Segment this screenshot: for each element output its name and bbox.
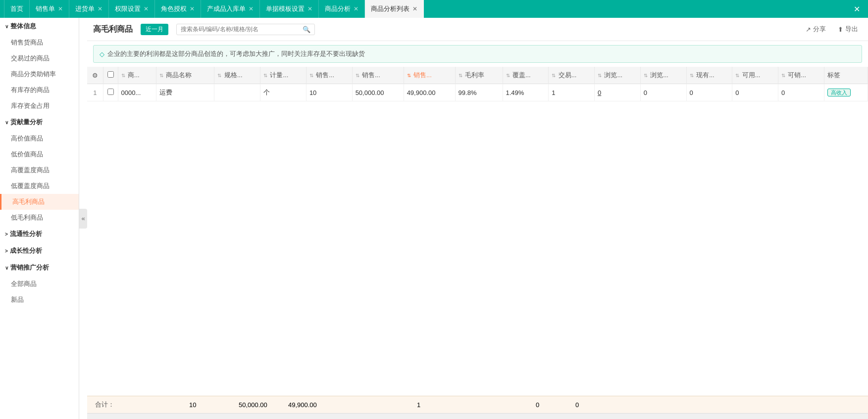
nav-tab-template-label: 单据模板设置 — [266, 4, 305, 13]
footer-current-stock: 0 — [533, 401, 572, 409]
select-all-checkbox[interactable] — [107, 71, 114, 78]
cell-sales-qty: 10 — [306, 84, 352, 101]
col-settings[interactable]: ⚙ — [87, 67, 103, 84]
sidebar-section-liquidity-title: 流通性分析 — [10, 230, 42, 238]
cell-view1[interactable]: 0 — [595, 84, 641, 101]
window-close-button[interactable]: ✕ — [850, 4, 864, 14]
col-current-stock[interactable]: ⇅ 现有... — [686, 67, 732, 84]
col-gross-margin[interactable]: ⇅ 毛利率 — [455, 67, 503, 84]
footer-sales-amount: 50,000.00 — [236, 401, 285, 409]
cell-view2: 0 — [640, 84, 686, 101]
nav-tab-product-instock-label: 产成品入库单 — [207, 4, 246, 13]
nav-tab-role-close[interactable]: ✕ — [190, 5, 195, 12]
col-code[interactable]: ⇅ 商... — [118, 67, 156, 84]
nav-tab-goods-analysis-list-close[interactable]: ✕ — [412, 5, 417, 12]
nav-tab-product-instock-close[interactable]: ✕ — [249, 5, 254, 12]
sidebar-section-marketing[interactable]: ∨ 营销推广分析 — [0, 259, 79, 276]
content-area: « 高毛利商品 近一月 🔍 ↗ 分享 ⬆ 导出 — [79, 18, 868, 419]
nav-tab-goods-analysis-label: 商品分析 — [325, 4, 351, 13]
nav-tab-permission-close[interactable]: ✕ — [144, 5, 149, 12]
table-row: 1 0000... 运费 个 10 50,000.00 49,900.00 99 — [87, 84, 868, 101]
cell-trade-count: 1 — [549, 84, 595, 101]
search-icon[interactable]: 🔍 — [303, 26, 310, 33]
col-sales-amount[interactable]: ⇅ 销售... — [352, 67, 404, 84]
nav-tab-sales-label: 销售单 — [36, 4, 55, 13]
cell-available-stock: 0 — [732, 84, 778, 101]
sidebar-item-low-margin[interactable]: 低毛利商品 — [0, 210, 79, 226]
notice-bar: ◇ 企业的主要的利润都是这部分商品创造的，可考虑加大推广，同时关注库存是不要出现… — [93, 45, 862, 63]
cell-sales-amount: 50,000.00 — [352, 84, 404, 101]
sidebar-item-high-margin[interactable]: 高毛利商品 — [0, 194, 79, 210]
nav-tab-goods-analysis[interactable]: 商品分析 ✕ — [319, 0, 365, 18]
col-sales-qty[interactable]: ⇅ 销售... — [306, 67, 352, 84]
share-icon: ↗ — [806, 26, 811, 33]
col-saleable-stock[interactable]: ⇅ 可销... — [778, 67, 824, 84]
nav-tab-purchase-label: 进货单 — [75, 4, 95, 13]
nav-tab-sales-close[interactable]: ✕ — [58, 5, 63, 12]
top-nav: 首页 销售单 ✕ 进货单 ✕ 权限设置 ✕ 角色授权 ✕ 产成品入库单 ✕ 单据… — [0, 0, 868, 18]
cell-checkbox[interactable] — [103, 84, 118, 101]
col-view1[interactable]: ⇅ 浏览... — [595, 67, 641, 84]
cell-current-stock: 0 — [686, 84, 732, 101]
nav-tab-purchase-close[interactable]: ✕ — [98, 5, 102, 12]
sidebar-section-liquidity[interactable]: > 流通性分析 — [0, 226, 79, 242]
sidebar-section-overall-title: 整体信息 — [10, 22, 36, 31]
col-coverage[interactable]: ⇅ 覆盖... — [503, 67, 549, 84]
col-sales-profit[interactable]: ⇅ 销售... — [404, 67, 455, 84]
nav-tab-role-label: 角色授权 — [161, 4, 187, 13]
col-trade-count[interactable]: ⇅ 交易... — [549, 67, 595, 84]
col-available-stock[interactable]: ⇅ 可用... — [732, 67, 778, 84]
nav-tab-purchase[interactable]: 进货单 ✕ — [69, 0, 109, 18]
sidebar-section-contribution[interactable]: ∨ 贡献量分析 — [0, 114, 79, 131]
nav-tab-template-close[interactable]: ✕ — [307, 5, 312, 12]
sidebar-section-marketing-title: 营销推广分析 — [10, 263, 49, 272]
horizontal-scrollbar[interactable] — [87, 413, 868, 419]
nav-tab-sales[interactable]: 销售单 ✕ — [30, 0, 69, 18]
goods-table: ⚙ ⇅ 商... ⇅ 商品名称 — [87, 67, 868, 101]
period-button[interactable]: 近一月 — [141, 24, 168, 35]
col-unit[interactable]: ⇅ 计量... — [260, 67, 306, 84]
tag-badge: 高收入 — [827, 89, 851, 96]
sidebar-item-high-coverage[interactable]: 高覆盖度商品 — [0, 162, 79, 178]
search-input[interactable] — [181, 26, 303, 33]
sidebar-collapse-button[interactable]: « — [79, 209, 87, 229]
nav-tab-template[interactable]: 单据模板设置 ✕ — [260, 0, 319, 18]
sidebar-item-new-goods[interactable]: 新品 — [0, 292, 79, 308]
data-table-container: ⚙ ⇅ 商... ⇅ 商品名称 — [87, 67, 868, 396]
col-spec[interactable]: ⇅ 规格... — [214, 67, 260, 84]
nav-tab-permission[interactable]: 权限设置 ✕ — [109, 0, 155, 18]
sidebar-item-stock-capital[interactable]: 库存资金占用 — [0, 98, 79, 114]
inner-content: 高毛利商品 近一月 🔍 ↗ 分享 ⬆ 导出 ◇ 企业的主要 — [79, 18, 868, 419]
sidebar-section-contribution-title: 贡献量分析 — [10, 118, 43, 127]
sidebar-section-growth[interactable]: > 成长性分析 — [0, 242, 79, 259]
sidebar-section-overall[interactable]: ∨ 整体信息 — [0, 18, 79, 35]
sidebar-item-sales-goods[interactable]: 销售货商品 — [0, 35, 79, 50]
sidebar-item-category-rate[interactable]: 商品分类助销率 — [0, 66, 79, 82]
nav-tab-product-instock[interactable]: 产成品入库单 ✕ — [201, 0, 260, 18]
col-view2[interactable]: ⇅ 浏览... — [640, 67, 686, 84]
total-label: 合计： — [87, 400, 186, 409]
share-button[interactable]: ↗ 分享 — [802, 23, 830, 36]
export-icon: ⬆ — [838, 26, 843, 33]
sidebar-item-traded-goods[interactable]: 交易过的商品 — [0, 50, 79, 66]
sidebar-item-all-goods[interactable]: 全部商品 — [0, 276, 79, 292]
cell-tag: 高收入 — [824, 84, 868, 101]
cell-gross-margin: 99.8% — [455, 84, 503, 101]
sidebar-item-low-coverage[interactable]: 低覆盖度商品 — [0, 178, 79, 194]
cell-spec — [214, 84, 260, 101]
nav-tab-permission-label: 权限设置 — [115, 4, 141, 13]
sidebar-item-high-value[interactable]: 高价值商品 — [0, 131, 79, 146]
sidebar-item-in-stock-goods[interactable]: 有库存的商品 — [0, 82, 79, 98]
nav-tab-goods-analysis-list[interactable]: 商品分析列表 ✕ — [365, 0, 424, 18]
col-name[interactable]: ⇅ 商品名称 — [156, 67, 214, 84]
col-checkbox[interactable] — [103, 67, 118, 84]
footer-sales-qty: 10 — [186, 401, 236, 409]
sidebar-section-liquidity-arrow: > — [5, 232, 8, 237]
sidebar-item-low-value[interactable]: 低价值商品 — [0, 146, 79, 162]
nav-tab-goods-analysis-list-label: 商品分析列表 — [371, 4, 409, 13]
nav-tab-goods-analysis-close[interactable]: ✕ — [354, 5, 358, 12]
footer-available-stock: 0 — [572, 401, 612, 409]
export-button[interactable]: ⬆ 导出 — [834, 23, 862, 36]
nav-tab-role[interactable]: 角色授权 ✕ — [155, 0, 201, 18]
nav-tab-home[interactable]: 首页 — [4, 0, 30, 18]
